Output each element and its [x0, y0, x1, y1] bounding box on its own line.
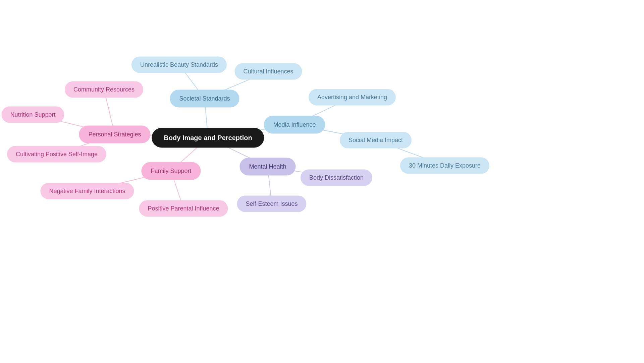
node-posparental[interactable]: Positive Parental Influence	[139, 200, 228, 217]
node-advertising[interactable]: Advertising and Marketing	[309, 89, 396, 106]
mindmap-container: Body Image and PerceptionSocietal Standa…	[0, 0, 644, 363]
node-cultivating[interactable]: Cultivating Positive Self-Image	[7, 146, 106, 163]
node-unrealistic[interactable]: Unrealistic Beauty Standards	[131, 57, 227, 73]
node-media[interactable]: Media Influence	[264, 116, 325, 134]
node-mental[interactable]: Mental Health	[239, 158, 296, 176]
node-cultural[interactable]: Cultural Influences	[234, 63, 302, 80]
node-family[interactable]: Family Support	[141, 162, 201, 180]
node-bodydis[interactable]: Body Dissatisfaction	[301, 170, 372, 186]
node-negfamily[interactable]: Negative Family Interactions	[40, 183, 134, 199]
node-societal[interactable]: Societal Standards	[170, 90, 239, 108]
node-nutrition[interactable]: Nutrition Support	[1, 107, 64, 123]
node-personal[interactable]: Personal Strategies	[79, 126, 150, 143]
node-socialmedia[interactable]: Social Media Impact	[340, 132, 412, 148]
node-selfesteem[interactable]: Self-Esteem Issues	[237, 196, 306, 212]
node-center[interactable]: Body Image and Perception	[152, 128, 264, 148]
node-community[interactable]: Community Resources	[65, 81, 143, 98]
node-daily30[interactable]: 30 Minutes Daily Exposure	[400, 158, 489, 174]
